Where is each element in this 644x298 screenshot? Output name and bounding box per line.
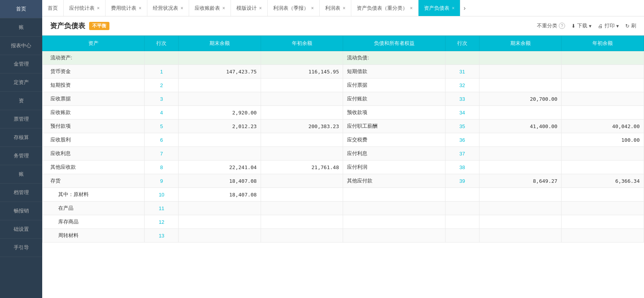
section-row-right [445,51,479,65]
tab-balance-close[interactable]: × [452,5,454,11]
tab-profit-close[interactable]: × [343,5,345,11]
tab-ap-stats[interactable]: 应付统计表 × [64,0,106,16]
sidebar-item-settings[interactable]: 础设置 [0,220,42,239]
sidebar-item-report-center[interactable]: 报表中心 [0,37,42,55]
sub-asset-label: 在产品 [43,202,145,215]
begin-balance [261,92,343,106]
end-balance2: 20,700.00 [479,92,562,106]
tab-operation[interactable]: 经营状况表 × [147,0,189,16]
begin-balance2 [562,106,644,120]
asset-label: 应收股利 [43,133,145,147]
tab-ap-stats-close[interactable]: × [97,5,100,11]
end-balance2: 41,400.00 [479,120,562,133]
tab-profit-quarter[interactable]: 利润表（季报） × [268,0,320,16]
begin-balance2: 6,366.34 [562,174,644,188]
asset-label: 应收账款 [43,106,145,120]
begin-balance2 [562,79,644,92]
row-num2: 39 [445,174,479,188]
sidebar-item-ledger[interactable]: 账 [0,165,42,184]
end-balance: 2,920.00 [179,106,261,120]
sidebar-item-affairs-mgmt[interactable]: 务管理 [0,147,42,165]
sub-begin-balance2 [562,188,644,202]
asset-label: 存货 [43,174,145,188]
content-header: 资产负债表 不平衡 不重分类 ? ⬇ 下载 ▾ 🖨 打印 ▾ ↻ 刷 [42,16,644,36]
tab-profit-quarter-close[interactable]: × [311,5,314,11]
end-balance [179,133,261,147]
asset-label: 货币资金 [43,65,145,79]
refresh-icon: ↻ [625,23,630,29]
asset-label: 其他应收款 [43,161,145,174]
sub-end-balance2 [479,229,562,243]
section-begin-left [261,51,343,65]
begin-balance [261,133,343,147]
liab-label: 应交税费 [343,133,445,147]
end-balance2 [479,161,562,174]
row-num2: 34 [445,106,479,120]
liab-label: 应付利息 [343,147,445,161]
tab-template-close[interactable]: × [259,5,262,11]
sub-end-balance [179,229,261,243]
header-end-balance: 期末余额 [179,36,261,51]
no-reclassify-label: 不重分类 [537,22,557,29]
sub-liab-label [343,188,445,202]
tab-balance-reclassify[interactable]: 资产负债表（重分类） × [351,0,419,16]
sub-end-balance2 [479,202,562,215]
tab-nav-right[interactable]: › [460,0,469,16]
header-end-balance2: 期末余额 [479,36,562,51]
sidebar-item-home[interactable]: 首页 [0,0,42,18]
sidebar-item-inventory[interactable]: 存核算 [0,128,42,147]
row-num2: 31 [445,65,479,79]
begin-balance2 [562,92,644,106]
page-title-area: 资产负债表 不平衡 [50,21,109,30]
sidebar-item-account[interactable]: 账 [0,18,42,37]
sub-asset-label: 其中：原材料 [43,188,145,202]
refresh-label: 刷 [631,22,636,29]
sub-row-num2 [445,202,479,215]
sidebar-item-archive[interactable]: 档管理 [0,184,42,202]
row-num: 4 [145,106,179,120]
tab-template[interactable]: 模版设计 × [231,0,268,16]
tab-operation-close[interactable]: × [181,5,183,11]
balance-sheet-table-container: 资产 行次 期末余额 年初余额 负债和所有者权益 行次 期末余额 年初余额 流动… [42,36,644,298]
sidebar-item-bill-mgmt[interactable]: 票管理 [0,110,42,128]
sidebar-item-fixed-assets[interactable]: 定资产 [0,73,42,92]
row-num: 2 [145,79,179,92]
tab-ar-aging[interactable]: 应收账龄表 × [189,0,231,16]
tab-ar-aging-close[interactable]: × [222,5,225,11]
sidebar: 首页 账 报表中心 金管理 定资产 资 票管理 存核算 务管理 账 档管理 畅报… [0,0,42,298]
tab-profit[interactable]: 利润表 × [320,0,351,16]
no-reclassify-action[interactable]: 不重分类 ? [537,22,565,29]
tab-balance[interactable]: 资产负债表 × [419,0,460,16]
download-action[interactable]: ⬇ 下载 ▾ [571,22,592,29]
sub-asset-label: 周转材料 [43,229,145,243]
sidebar-item-capital[interactable]: 资 [0,92,42,110]
row-num: 6 [145,133,179,147]
tab-home[interactable]: 首页 [42,0,64,16]
sidebar-item-expense[interactable]: 畅报销 [0,202,42,220]
end-balance [179,147,261,161]
end-balance: 18,407.08 [179,174,261,188]
sub-begin-balance2 [562,202,644,215]
sidebar-item-guide[interactable]: 手引导 [0,239,42,257]
tab-balance-reclassify-close[interactable]: × [410,5,413,11]
begin-balance2 [562,65,644,79]
section-row-left [145,51,179,65]
print-action[interactable]: 🖨 打印 ▾ [598,22,619,29]
begin-balance [261,79,343,92]
end-balance: 22,241.04 [179,161,261,174]
tab-balance-reclassify-label: 资产负债表（重分类） [357,5,408,12]
page-title: 资产负债表 [50,21,85,30]
row-num2: 37 [445,147,479,161]
refresh-action[interactable]: ↻ 刷 [625,22,636,29]
tab-expense-stats[interactable]: 费用统计表 × [106,0,147,16]
row-num: 1 [145,65,179,79]
row-num: 9 [145,174,179,188]
sidebar-item-fund-mgmt[interactable]: 金管理 [0,55,42,73]
sub-end-balance: 18,407.08 [179,188,261,202]
section-label-right: 流动负债: [343,51,445,65]
row-num2: 36 [445,133,479,147]
tab-expense-stats-close[interactable]: × [139,5,141,11]
sub-end-balance2 [479,215,562,229]
end-balance2 [479,133,562,147]
sub-begin-balance [261,188,343,202]
